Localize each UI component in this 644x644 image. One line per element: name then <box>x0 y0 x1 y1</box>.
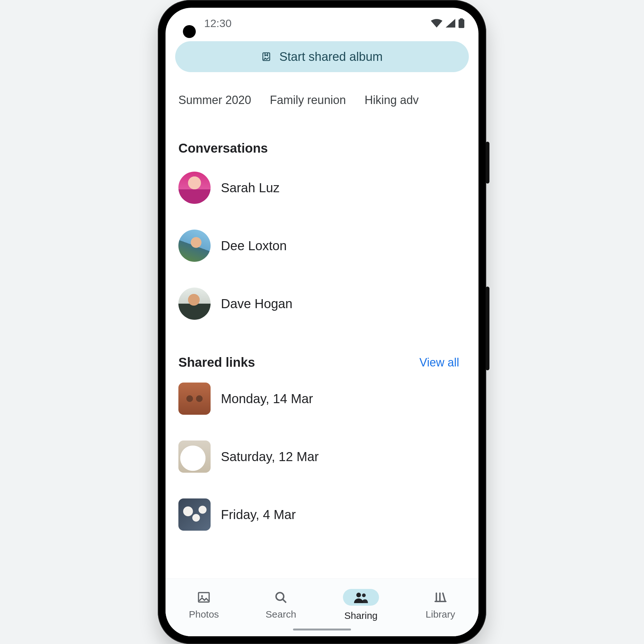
chip-family-reunion[interactable]: Family reunion <box>267 91 349 109</box>
conversation-name: Sarah Luz <box>221 181 279 195</box>
volume-button <box>486 287 489 370</box>
svg-rect-1 <box>459 19 464 28</box>
nav-photos[interactable]: Photos <box>189 590 219 620</box>
status-bar: 12:30 <box>166 8 478 39</box>
people-icon <box>354 592 368 603</box>
bookmark-album-icon <box>261 52 271 62</box>
svg-line-7 <box>283 599 286 602</box>
svg-point-5 <box>201 595 203 597</box>
shared-link-label: Monday, 14 Mar <box>221 392 313 406</box>
avatar <box>178 230 211 262</box>
nav-library[interactable]: Library <box>426 590 455 620</box>
front-camera <box>183 25 196 38</box>
library-icon <box>433 590 448 604</box>
shared-link-label: Friday, 4 Mar <box>221 507 296 522</box>
shared-links-heading: Shared links <box>178 355 255 370</box>
battery-icon <box>459 18 464 28</box>
nav-search[interactable]: Search <box>266 590 296 620</box>
conversation-name: Dee Loxton <box>221 239 287 253</box>
nav-label: Search <box>266 609 296 620</box>
status-icons <box>431 18 464 28</box>
wifi-icon <box>431 19 442 28</box>
nav-label: Library <box>426 609 455 620</box>
conversations-list: Sarah Luz Dee Loxton Dave Hogan <box>166 159 478 333</box>
avatar <box>178 172 211 204</box>
status-time: 12:30 <box>204 17 232 30</box>
chip-summer-2020[interactable]: Summer 2020 <box>175 91 254 109</box>
shared-link-row[interactable]: Saturday, 12 Mar <box>178 428 466 486</box>
conversation-row[interactable]: Sarah Luz <box>178 159 466 217</box>
album-chips-row[interactable]: Summer 2020 Family reunion Hiking adv <box>166 72 478 109</box>
svg-line-12 <box>443 593 445 601</box>
photo-icon <box>197 590 211 604</box>
svg-point-6 <box>276 592 284 600</box>
nav-sharing[interactable]: Sharing <box>343 589 379 621</box>
shared-link-row[interactable]: Monday, 14 Mar <box>178 370 466 428</box>
view-all-link[interactable]: View all <box>420 356 459 369</box>
start-shared-album-button[interactable]: Start shared album <box>175 41 469 72</box>
conversation-name: Dave Hogan <box>221 297 292 311</box>
chip-hiking-adv[interactable]: Hiking adv <box>361 91 422 109</box>
svg-point-8 <box>356 592 361 597</box>
shared-links-list: Monday, 14 Mar Saturday, 12 Mar Friday, … <box>166 370 478 544</box>
thumbnail <box>178 440 211 473</box>
conversation-row[interactable]: Dave Hogan <box>178 275 466 333</box>
home-indicator[interactable] <box>293 629 351 630</box>
search-icon <box>274 590 288 604</box>
svg-rect-0 <box>460 18 463 19</box>
start-shared-album-label: Start shared album <box>279 50 383 64</box>
thumbnail <box>178 498 211 531</box>
shared-link-label: Saturday, 12 Mar <box>221 450 319 464</box>
conversation-row[interactable]: Dee Loxton <box>178 217 466 275</box>
shared-link-row[interactable]: Friday, 4 Mar <box>178 486 466 544</box>
bottom-nav: Photos Search <box>166 578 478 636</box>
phone-frame: 12:30 Start shared album <box>158 0 486 644</box>
nav-label: Photos <box>189 609 219 620</box>
power-button <box>486 142 489 184</box>
conversations-heading: Conversations <box>166 109 478 159</box>
avatar <box>178 288 211 320</box>
svg-point-9 <box>362 593 366 597</box>
thumbnail <box>178 383 211 415</box>
screen: 12:30 Start shared album <box>166 8 478 636</box>
nav-label: Sharing <box>344 610 377 621</box>
cellular-icon <box>446 19 455 28</box>
